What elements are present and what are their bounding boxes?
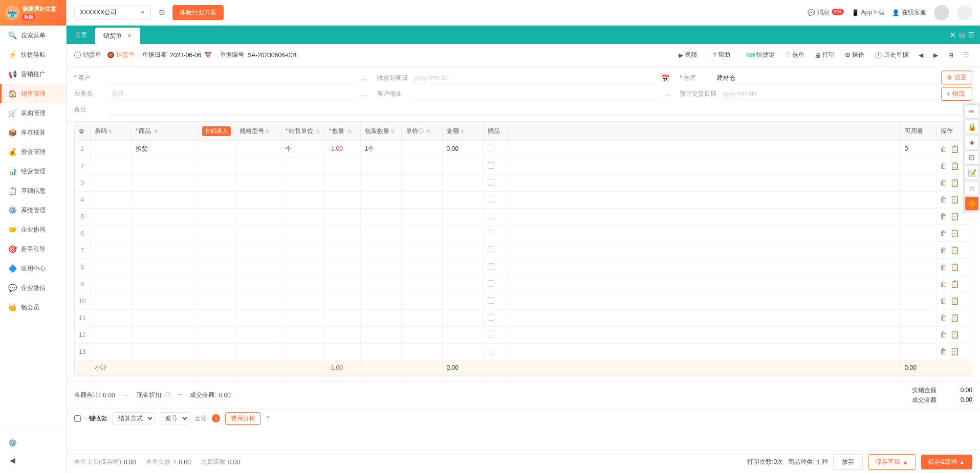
settings-button[interactable]: ⚙ 设置: [941, 71, 972, 84]
shortcut-button[interactable]: ⌨ 快捷键: [743, 49, 778, 61]
gift-checkbox[interactable]: [488, 196, 494, 202]
float-btn-1[interactable]: ✏: [965, 104, 979, 119]
video-button[interactable]: ▶ 视频: [676, 49, 700, 61]
float-btn-7[interactable]: 🔶: [965, 196, 979, 211]
payment-method-select[interactable]: 结算方式: [113, 412, 155, 424]
gift-checkbox[interactable]: [488, 230, 494, 236]
cell-unit[interactable]: 个: [281, 141, 324, 158]
sidebar-item-sales[interactable]: 🏠 销售管理: [0, 84, 66, 103]
copy-row-button[interactable]: 📋: [949, 245, 960, 255]
delete-row-button[interactable]: 🗑: [939, 346, 948, 356]
delete-row-button[interactable]: 🗑: [939, 228, 948, 238]
delete-row-button[interactable]: 🗑: [939, 211, 948, 221]
owe-info-icon[interactable]: ?: [173, 459, 176, 465]
radio-sales-order[interactable]: 销货单: [74, 51, 101, 59]
gift-checkbox[interactable]: [488, 331, 494, 337]
tab-sales-order[interactable]: 销货单 ✕: [95, 28, 140, 44]
gift-checkbox[interactable]: [488, 314, 494, 321]
save-new-button[interactable]: 保存&新增 ▲: [921, 455, 972, 469]
info-icon[interactable]: ⓘ: [418, 128, 424, 134]
delete-row-button[interactable]: 🗑: [939, 194, 948, 205]
copy-row-button[interactable]: 📋: [949, 194, 960, 205]
cell-barcode[interactable]: [90, 141, 131, 158]
gift-checkbox[interactable]: [488, 280, 494, 287]
sort-icon-spec[interactable]: ⇅: [265, 128, 269, 134]
next-button[interactable]: ▶: [930, 50, 941, 60]
copy-row-button[interactable]: 📋: [949, 144, 960, 154]
history-button[interactable]: 🕐 历史单据: [872, 49, 911, 61]
operation-button[interactable]: ⚙ 操作: [842, 49, 867, 61]
print-button[interactable]: 🖨 打印: [812, 49, 838, 61]
trial-button[interactable]: 体验行业方案: [172, 5, 224, 20]
sidebar-item-settings[interactable]: ⚙️: [0, 434, 66, 452]
company-selector[interactable]: XXXXXX公司 ▼: [74, 6, 151, 19]
save-draft-button[interactable]: 保存草稿 ▲: [868, 454, 916, 470]
sidebar-item-collab[interactable]: 🤝 企业协同: [0, 220, 66, 239]
online-service-button[interactable]: 👤 在线客服: [892, 8, 926, 17]
cell-qty[interactable]: -1.00: [324, 141, 360, 158]
copy-row-button[interactable]: 📋: [949, 329, 960, 340]
customer-input[interactable]: [109, 73, 356, 83]
delete-row-button[interactable]: 🗑: [939, 245, 948, 255]
sidebar-item-system[interactable]: ⚙️ 系统管理: [0, 200, 66, 220]
close-window-icon[interactable]: ✕: [949, 30, 956, 40]
customer-select-icon[interactable]: ...: [362, 75, 367, 82]
delete-row-button[interactable]: 🗑: [939, 296, 948, 306]
account-select[interactable]: 账号: [160, 412, 189, 424]
one-click-payment-label[interactable]: 一键收款: [74, 414, 107, 423]
select-button[interactable]: ☰ 选单: [782, 49, 808, 61]
copy-row-button[interactable]: 📋: [949, 279, 960, 289]
float-btn-5[interactable]: 📝: [965, 166, 979, 180]
gift-checkbox[interactable]: [488, 263, 494, 270]
cell-amount[interactable]: 0.00: [442, 141, 483, 158]
gift-checkbox[interactable]: [488, 179, 494, 186]
float-btn-4[interactable]: ⊡: [965, 150, 979, 165]
sort-icon-unit[interactable]: ⇅: [316, 128, 320, 134]
sidebar-item-member[interactable]: 👑 畅会员: [0, 298, 66, 317]
delete-row-button[interactable]: 🗑: [939, 262, 948, 272]
one-click-checkbox[interactable]: [74, 415, 81, 422]
salesperson-select-icon[interactable]: ...: [362, 91, 367, 98]
add-payment-button[interactable]: +: [212, 414, 220, 422]
gift-checkbox[interactable]: [488, 246, 494, 253]
float-btn-2[interactable]: 🔒: [965, 120, 979, 134]
salesperson-input[interactable]: [109, 88, 356, 99]
addr-select-icon[interactable]: ...: [664, 91, 669, 98]
sidebar-item-search[interactable]: 🔍 搜索菜单: [0, 26, 66, 45]
app-download-button[interactable]: 📱 App下载: [852, 8, 884, 17]
payment-help-icon[interactable]: ?: [266, 415, 270, 422]
logistics-button[interactable]: + 物流: [941, 87, 972, 101]
cell-spec[interactable]: [235, 141, 281, 158]
delete-row-button[interactable]: 🗑: [939, 177, 948, 188]
sidebar-item-inventory[interactable]: 📦 库存核算: [0, 123, 66, 142]
sort-icon-qty[interactable]: ⇅: [347, 128, 352, 134]
copy-row-button[interactable]: 📋: [949, 211, 960, 221]
delete-row-button[interactable]: 🗑: [939, 279, 948, 289]
cell-price[interactable]: [401, 141, 442, 158]
sort-icon[interactable]: ⇅: [108, 128, 112, 134]
delete-row-button[interactable]: 🗑: [939, 144, 948, 154]
expected-date-input[interactable]: [721, 88, 957, 99]
copy-row-button[interactable]: 📋: [949, 346, 960, 356]
help-button[interactable]: ? 帮助: [710, 49, 733, 61]
copy-row-button[interactable]: 📋: [949, 312, 960, 323]
scan-button[interactable]: 扫码录入: [202, 126, 231, 136]
copy-row-button[interactable]: 📋: [949, 296, 960, 306]
sidebar-item-purchase[interactable]: 🛒 采购管理: [0, 103, 66, 123]
sidebar-item-wechat[interactable]: 💬 企业微信: [0, 278, 66, 298]
grid-view-icon[interactable]: ⊞: [959, 31, 965, 39]
copy-row-button[interactable]: 📋: [949, 262, 960, 272]
copy-row-button[interactable]: 📋: [949, 161, 960, 171]
float-btn-6[interactable]: ☆: [965, 181, 979, 195]
sort-icon-product[interactable]: ⇅: [154, 128, 158, 134]
sidebar-item-quick-nav[interactable]: ⚡ 快捷导航: [0, 45, 66, 64]
due-date-calendar-icon[interactable]: 📅: [661, 74, 669, 82]
tab-close-icon[interactable]: ✕: [127, 32, 132, 39]
radio-return-order[interactable]: 退货单: [107, 51, 135, 59]
delete-row-button[interactable]: 🗑: [939, 312, 948, 323]
delete-row-button[interactable]: 🗑: [939, 161, 948, 171]
expense-button[interactable]: 费用分摊: [225, 412, 261, 425]
gear-button[interactable]: ⚙: [156, 6, 167, 19]
list-view-icon[interactable]: ☰: [968, 31, 975, 39]
customer-addr-input[interactable]: [412, 88, 659, 99]
